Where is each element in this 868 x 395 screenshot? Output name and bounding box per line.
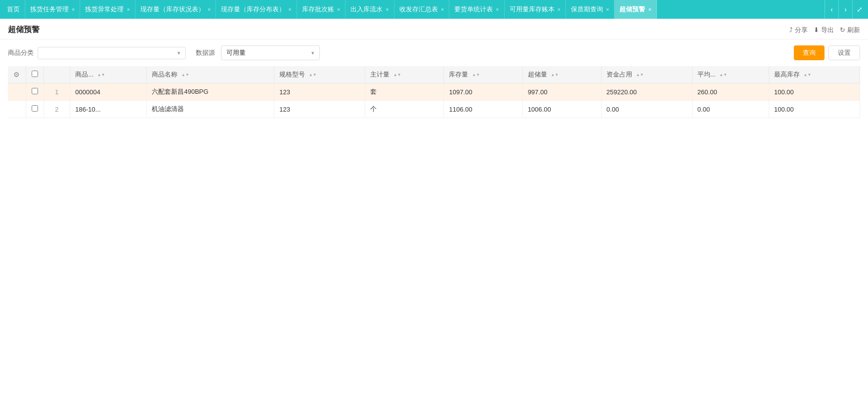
row-product-code: 0000004 [70,83,147,101]
chevron-down-icon: ▾ [311,50,314,56]
row-product-code: 186-10... [70,101,147,118]
row-stock: 1106.00 [444,101,522,118]
close-icon[interactable]: × [606,6,609,12]
refresh-icon: ↻ [840,26,845,34]
nav-stock-dist[interactable]: 现存量（库存分布表） × [216,0,297,19]
close-icon[interactable]: × [386,6,389,12]
nav-collect-summary[interactable]: 收发存汇总表 × [394,0,449,19]
navigation-bar: 首页 拣货任务管理 × 拣货异常处理 × 现存量（库存状况表） × 现存量（库存… [0,0,868,19]
row-checkbox-cell[interactable] [26,83,43,101]
row-overstock: 1006.00 [522,101,601,118]
col-header-num [43,66,70,83]
close-icon[interactable]: × [127,6,130,12]
filter-actions: 查询 设置 [794,45,860,60]
share-icon: ⤴ [789,26,793,34]
gear-icon[interactable]: ⚙ [13,71,20,79]
sort-icon: ▲▼ [551,73,559,77]
share-button[interactable]: ⤴ 分享 [789,26,808,35]
nav-stock-status[interactable]: 现存量（库存状况表） × [135,0,216,19]
close-icon[interactable]: × [496,6,499,12]
nav-prev-button[interactable]: ‹ [825,0,838,19]
close-icon[interactable]: × [648,6,651,12]
close-icon[interactable]: × [72,6,75,12]
col-header-stock[interactable]: 库存量 ▲▼ [444,66,522,83]
col-header-unit[interactable]: 主计量 ▲▼ [365,66,444,83]
row-capital: 0.00 [601,101,692,118]
row-product-name: 六配套新昌490BPG [147,83,274,101]
nav-order-stats[interactable]: 要货单统计表 × [449,0,504,19]
row-max-stock: 100.00 [769,101,860,118]
col-header-product-code[interactable]: 商品... ▲▼ [70,66,147,83]
sort-icon: ▲▼ [804,73,812,77]
sort-icon: ▲▼ [309,73,317,77]
datasource-value: 可用量 [226,48,246,57]
chevron-down-icon: ▾ [177,50,180,56]
nav-abnormal[interactable]: 拣货异常处理 × [80,0,135,19]
row-checkbox-cell[interactable] [26,101,43,118]
table-row: 2 186-10... 机油滤清器 123 个 1106.00 1006.00 … [8,101,860,118]
page-header: 超储预警 ⤴ 分享 ⬇ 导出 ↻ 刷新 [0,19,868,40]
close-icon[interactable]: × [208,6,211,12]
nav-expiry[interactable]: 保质期查询 × [566,0,614,19]
select-all-checkbox[interactable] [32,71,38,77]
sort-icon: ▲▼ [97,73,105,77]
nav-task-mgmt[interactable]: 拣货任务管理 × [25,0,80,19]
row-stock: 1097.00 [444,83,522,101]
sort-icon: ▲▼ [636,73,644,77]
row-unit: 套 [365,83,444,101]
overstock-table: ⚙ 商品... ▲▼ 商品名称 ▲▼ 规格型号 ▲▼ [8,66,860,118]
nav-expand-button[interactable]: ⤢ [852,0,866,19]
col-header-overstock[interactable]: 超储量 ▲▼ [522,66,601,83]
row-number: 2 [43,101,70,118]
table-container: ⚙ 商品... ▲▼ 商品名称 ▲▼ 规格型号 ▲▼ [0,66,868,118]
page-title: 超储预警 [8,25,40,35]
checkbox-column-header[interactable] [26,66,43,83]
row-spec: 123 [274,83,365,101]
sort-icon: ▲▼ [181,73,189,77]
close-icon[interactable]: × [337,6,340,12]
nav-batch-account[interactable]: 库存批次账 × [297,0,346,19]
close-icon[interactable]: × [441,6,444,12]
nav-arrows: ‹ › ⤢ [825,0,866,19]
col-header-max-stock[interactable]: 最高库存 ▲▼ [769,66,860,83]
datasource-group: 数据源 可用量 ▾ [196,45,320,60]
header-actions: ⤴ 分享 ⬇ 导出 ↻ 刷新 [789,26,860,35]
datasource-select[interactable]: 可用量 ▾ [221,45,320,60]
row-checkbox[interactable] [32,105,38,112]
row-number: 1 [43,83,70,101]
nav-next-button[interactable]: › [838,0,852,19]
nav-home[interactable]: 首页 [2,0,25,19]
row-product-name: 机油滤清器 [147,101,274,118]
row-checkbox[interactable] [32,88,38,94]
gear-column-header[interactable]: ⚙ [8,66,26,83]
col-header-spec[interactable]: 规格型号 ▲▼ [274,66,365,83]
export-button[interactable]: ⬇ 导出 [814,26,834,35]
refresh-button[interactable]: ↻ 刷新 [840,26,860,35]
query-button[interactable]: 查询 [794,45,825,60]
sort-icon: ▲▼ [719,73,727,77]
close-icon[interactable]: × [558,6,561,12]
product-category-group: 商品分类 ▾ [8,47,186,59]
sort-icon: ▲▼ [393,73,401,77]
row-avg: 0.00 [692,101,769,118]
col-header-avg[interactable]: 平均... ▲▼ [692,66,769,83]
close-icon[interactable]: × [288,6,291,12]
nav-overstock[interactable]: 超储预警 × [614,0,656,19]
row-gear [8,83,26,101]
sort-icon: ▲▼ [472,73,480,77]
table-row: 1 0000004 六配套新昌490BPG 123 套 1097.00 997.… [8,83,860,101]
col-header-capital[interactable]: 资金占用 ▲▼ [601,66,692,83]
product-category-label: 商品分类 [8,48,34,57]
filter-area: 商品分类 ▾ 数据源 可用量 ▾ 查询 设置 [0,40,868,66]
export-icon: ⬇ [814,26,819,34]
row-avg: 260.00 [692,83,769,101]
nav-inout-flow[interactable]: 出入库流水 × [346,0,394,19]
product-category-select[interactable]: ▾ [38,47,186,59]
nav-available-account[interactable]: 可用量库存账本 × [505,0,566,19]
datasource-label: 数据源 [196,48,215,57]
table-header-row: ⚙ 商品... ▲▼ 商品名称 ▲▼ 规格型号 ▲▼ [8,66,860,83]
col-header-product-name[interactable]: 商品名称 ▲▼ [147,66,274,83]
settings-button[interactable]: 设置 [828,45,860,60]
row-overstock: 997.00 [522,83,601,101]
row-gear [8,101,26,118]
